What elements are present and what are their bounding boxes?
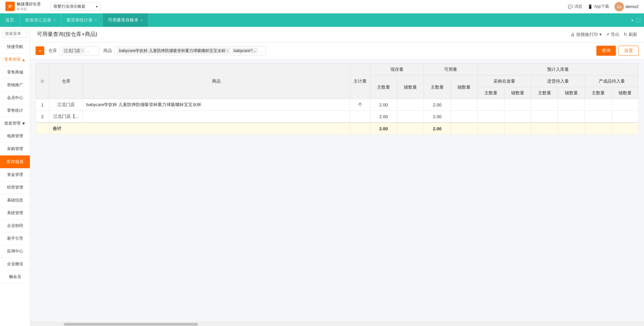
nav-tabs: 首页 收发存汇总表 × 要货单统计表 × 可用量库存账本 × × ⛶ — [0, 13, 644, 27]
th-pur-transit-sub: 辅数量 — [504, 87, 531, 99]
sidebar-item-members[interactable]: 会员中心 — [0, 92, 30, 104]
remove-warehouse-tag-button[interactable]: × — [81, 49, 83, 53]
print-button[interactable]: 🖨 按模板打印 ▾ — [571, 32, 602, 38]
page-title: 可用量查询(按仓库+商品) — [37, 31, 97, 38]
user-menu[interactable]: Ea demo2 — [614, 2, 639, 11]
cell-pur-pending-sub — [558, 99, 585, 111]
sidebar-item-quick-nav[interactable]: 快捷导航 — [0, 41, 30, 53]
tab-available-stock[interactable]: 可用量库存账本 × — [103, 13, 148, 27]
close-all-tabs-button[interactable]: × — [631, 18, 634, 23]
tab-inventory-summary[interactable]: 收发存汇总表 × — [20, 13, 61, 27]
sidebar-item-finance[interactable]: 资金管理 — [0, 169, 30, 181]
product-tag-2: babycare?... — [232, 48, 258, 53]
tab-close-icon[interactable]: × — [53, 18, 55, 22]
query-button[interactable]: 查询 — [596, 46, 616, 56]
message-label: 消息 — [574, 4, 582, 9]
sidebar-item-purchase-label: 采购管理 — [7, 146, 23, 151]
th-warehouse: 仓库 — [49, 64, 83, 99]
cell-avail-main: 2.00 — [424, 99, 451, 111]
sidebar-item-vip-label: 畅会员 — [9, 274, 21, 279]
cell-stock-main: 2.00 — [370, 99, 397, 111]
settings-button[interactable]: 设置 — [619, 46, 639, 56]
main-layout: 快捷导航 零售管理 ▲ 零售商城 营销推广 会员中心 零售统计 批发管理 ▼ 电… — [0, 27, 644, 326]
sidebar-item-system-label: 系统管理 — [7, 211, 23, 215]
product-tag-1: babycare学饮杯 儿童防摔防撞吸管杯重力球吸嘴杯宝宝水杯 × — [117, 48, 230, 54]
sidebar-search-area — [0, 27, 30, 41]
cell-pur-pending-main — [531, 111, 558, 123]
sidebar-item-basic-info-label: 基础信息 — [7, 198, 23, 202]
expand-icon[interactable]: ⛶ — [636, 18, 641, 23]
mobile-icon: 📱 — [588, 4, 593, 9]
product-more-icon[interactable]: ... — [259, 48, 263, 53]
refresh-label: 刷新 — [629, 32, 637, 38]
sidebar-item-ecommerce[interactable]: 电商管理 — [0, 130, 30, 143]
tab-order-stats-label: 要货单统计表 — [66, 17, 93, 23]
cell-avail-sub — [451, 111, 478, 123]
table-container: ⚙ 仓库 商品 主计量 现存量 可用量 预计入库量 主数量 辅数量 主数量 辅数… — [30, 59, 644, 322]
app-download-button[interactable]: 📱 App下载 — [588, 4, 609, 9]
sidebar-item-newbie[interactable]: 新手引导 — [0, 232, 30, 245]
footer-pur-transit-sub — [504, 123, 531, 135]
refresh-button[interactable]: ↻ 刷新 — [624, 32, 637, 38]
footer-label: 合计 — [49, 123, 350, 135]
tab-close-icon[interactable]: × — [95, 18, 97, 22]
warehouse-tag-text: 江北门店 — [64, 48, 80, 54]
sidebar-item-app-center[interactable]: 应用中心 — [0, 245, 30, 258]
cell-no: 2 — [36, 111, 49, 123]
sidebar-item-system[interactable]: 系统管理 — [0, 207, 30, 220]
th-avail-main: 主数量 — [424, 76, 451, 99]
print-label: 按模板打印 — [576, 32, 598, 38]
refresh-icon: ↻ — [624, 32, 627, 37]
warehouse-tag: 江北门店 × — [62, 48, 85, 54]
export-button[interactable]: ↗ 导出 — [606, 32, 620, 38]
sidebar-item-wholesale-mgmt[interactable]: 批发管理 ▼ — [0, 117, 30, 130]
cell-pur-transit-main — [478, 99, 504, 111]
tab-order-stats[interactable]: 要货单统计表 × — [61, 13, 102, 27]
cell-stock-main: 2.00 — [370, 111, 397, 123]
sidebar-item-retail-stats[interactable]: 零售统计 — [0, 104, 30, 117]
warehouse-tag-input[interactable]: 江北门店 × ... — [59, 46, 99, 55]
search-input[interactable] — [3, 30, 27, 38]
sidebar-item-app-center-label: 应用中心 — [7, 249, 23, 253]
org-selector[interactable]: 母婴行业演示账套 ▾ — [50, 2, 101, 11]
sidebar-item-retail-mall[interactable]: 零售商城 — [0, 66, 30, 79]
th-pur-pending-main: 主数量 — [531, 87, 558, 99]
scrollbar-thumb[interactable] — [64, 323, 198, 326]
th-fin-pending-sub: 辅数量 — [612, 87, 639, 99]
sidebar-item-purchase[interactable]: 采购管理 — [0, 143, 30, 155]
sidebar-item-newbie-label: 新手引导 — [7, 236, 23, 241]
user-name: demo2 — [625, 4, 639, 9]
product-tag-input[interactable]: babycare学饮杯 儿童防摔防撞吸管杯重力球吸嘴杯宝宝水杯 × babyca… — [114, 46, 266, 55]
sidebar-item-wechat-work[interactable]: 企业微信 — [0, 258, 30, 271]
remove-product-tag-1-button[interactable]: × — [226, 49, 228, 53]
print-icon: 🖨 — [571, 32, 575, 37]
tab-available-stock-label: 可用量库存账本 — [108, 17, 139, 23]
message-icon: 💬 — [568, 4, 573, 9]
footer-row: 合计 2.00 2.00 — [36, 123, 639, 135]
tab-home[interactable]: 首页 — [0, 13, 20, 27]
cell-unit — [350, 111, 370, 123]
sidebar-item-retail-mgmt[interactable]: 零售管理 ▲ — [0, 53, 30, 66]
sidebar-item-wholesale-mgmt-label: 批发管理 — [4, 121, 20, 126]
avatar: Ea — [614, 2, 624, 11]
sidebar-item-enterprise-collab[interactable]: 企业协同 — [0, 220, 30, 232]
th-avail-sub: 辅数量 — [451, 76, 478, 99]
th-available: 可用量 — [424, 64, 478, 76]
footer-avail-main: 2.00 — [424, 123, 451, 135]
sidebar-item-vip[interactable]: 畅会员 — [0, 271, 30, 283]
th-stock-main: 主数量 — [370, 76, 397, 99]
sidebar-item-inventory[interactable]: 库存核算 — [0, 155, 30, 169]
sidebar-item-basic-info[interactable]: 基础信息 — [0, 194, 30, 207]
sidebar-item-marketing[interactable]: 营销推广 — [0, 79, 30, 92]
message-button[interactable]: 💬 消息 — [568, 4, 582, 9]
sidebar-item-operations[interactable]: 经营管理 — [0, 181, 30, 194]
footer-empty-1 — [36, 123, 49, 135]
logo-subtitle: 标准版 — [17, 7, 41, 11]
footer-fin-pending-sub — [612, 123, 639, 135]
data-table: ⚙ 仓库 商品 主计量 现存量 可用量 预计入库量 主数量 辅数量 主数量 辅数… — [36, 63, 639, 135]
tab-close-icon[interactable]: × — [141, 18, 143, 22]
settings-gear-icon[interactable]: ⚙ — [40, 79, 45, 84]
warehouse-more-icon[interactable]: ... — [87, 48, 90, 53]
horizontal-scrollbar[interactable] — [30, 322, 644, 326]
filter-toggle-button[interactable]: » — [36, 46, 44, 55]
